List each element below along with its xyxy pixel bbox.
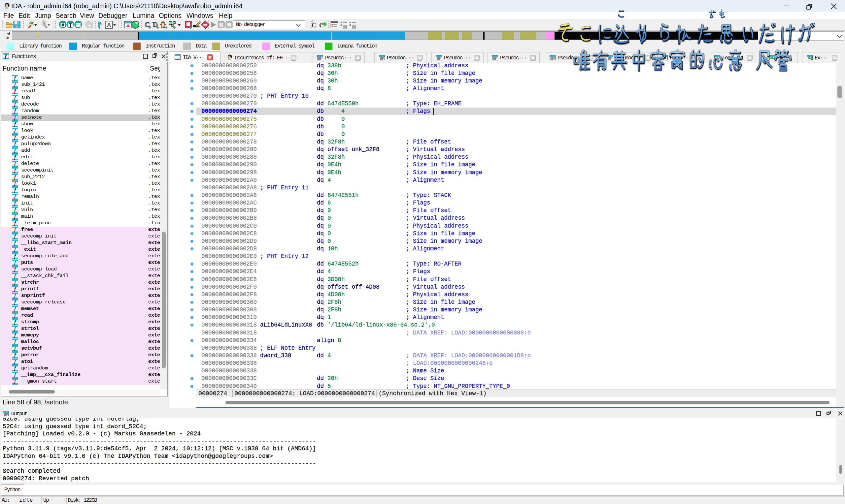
svg-text:+: + — [156, 25, 159, 29]
svg-text:+: + — [148, 25, 151, 29]
svg-text:+: + — [173, 25, 176, 29]
svg-text:+: + — [189, 25, 192, 29]
svg-text:C: C — [319, 22, 324, 29]
svg-text:+: + — [165, 25, 168, 29]
svg-text:T: T — [69, 23, 72, 28]
svg-text:#: # — [62, 22, 64, 28]
svg-text:A: A — [107, 22, 111, 28]
